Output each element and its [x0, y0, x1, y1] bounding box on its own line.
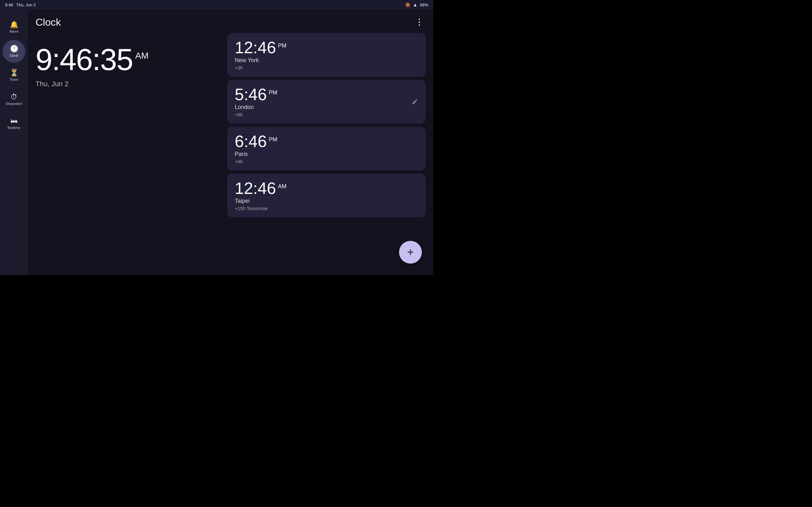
world-clock-city-3: Taipei: [235, 198, 418, 205]
world-clock-ampm-0: PM: [278, 43, 287, 49]
menu-dot-3: [419, 24, 420, 26]
world-clock-city-2: Paris: [235, 151, 418, 158]
sidebar-label-clock: Clock: [9, 54, 18, 57]
world-clock-offset-3: +15h Tomorrow: [235, 206, 418, 211]
sidebar-label-timer: Timer: [9, 78, 18, 81]
left-panel: 9:46:35 AM Thu, Jun 2: [36, 32, 219, 264]
world-clock-card-2: 6:46 PM Paris +9h: [227, 127, 426, 170]
content-body: 9:46:35 AM Thu, Jun 2 12:46 PM New York …: [28, 32, 433, 272]
timer-icon: ⏳: [10, 69, 18, 76]
sidebar-item-stopwatch[interactable]: ⏱ Stopwatch: [3, 88, 26, 111]
status-right: 🔕 ▲ 68%: [405, 2, 428, 7]
sidebar-item-timer[interactable]: ⏳ Timer: [3, 64, 26, 87]
world-clock-digits-2: 6:46: [235, 133, 267, 150]
stopwatch-icon: ⏱: [10, 94, 17, 101]
edit-clock-button-1[interactable]: [409, 96, 420, 107]
sidebar-item-alarm[interactable]: 🔔 Alarm: [3, 16, 26, 39]
bedtime-icon: 🛏: [10, 118, 17, 124]
current-time-display: 9:46:35 AM: [36, 44, 219, 75]
world-clock-card-3: 12:46 AM Taipei +15h Tomorrow: [227, 174, 426, 217]
wifi-icon: ▲: [413, 2, 417, 7]
world-clock-ampm-1: PM: [269, 89, 277, 96]
world-clock-ampm-3: AM: [278, 183, 287, 190]
app-container: 🔔 Alarm 🕐 Clock ⏳ Timer ⏱ Stopwatch 🛏 Be…: [0, 9, 433, 275]
status-date: Thu, Jun 2: [16, 3, 36, 7]
alarm-icon: 🔔: [10, 21, 18, 28]
world-clock-city-1: London: [235, 104, 418, 111]
add-clock-fab[interactable]: +: [399, 241, 422, 264]
world-clock-time-0: 12:46 PM: [235, 39, 418, 56]
world-clock-time-1: 5:46 PM: [235, 86, 418, 103]
menu-dot-1: [419, 19, 420, 20]
app-header: Clock: [28, 9, 433, 32]
sidebar-label-alarm: Alarm: [9, 30, 19, 33]
local-time-digits: 9:46:35: [36, 44, 133, 75]
sidebar-label-stopwatch: Stopwatch: [6, 102, 22, 106]
sidebar-item-bedtime[interactable]: 🛏 Bedtime: [3, 112, 26, 135]
status-time: 9:46: [5, 3, 13, 7]
sidebar: 🔔 Alarm 🕐 Clock ⏳ Timer ⏱ Stopwatch 🛏 Be…: [0, 9, 28, 275]
world-clock-digits-1: 5:46: [235, 86, 267, 103]
status-left: 9:46 Thu, Jun 2: [5, 3, 36, 7]
mute-icon: 🔕: [405, 2, 410, 7]
world-clock-offset-0: +3h: [235, 65, 418, 70]
world-clock-time-2: 6:46 PM: [235, 133, 418, 150]
world-clock-ampm-2: PM: [269, 136, 277, 143]
sidebar-item-clock[interactable]: 🕐 Clock: [3, 40, 26, 63]
status-bar: 9:46 Thu, Jun 2 🔕 ▲ 68%: [0, 0, 433, 9]
world-clock-city-0: New York: [235, 57, 418, 64]
local-time-ampm: AM: [135, 51, 148, 61]
overflow-menu-button[interactable]: [413, 16, 426, 29]
clock-icon: 🕐: [10, 45, 18, 52]
world-clock-digits-0: 12:46: [235, 39, 276, 56]
page-title: Clock: [36, 16, 61, 28]
current-date: Thu, Jun 2: [36, 80, 219, 88]
world-clock-card-0: 12:46 PM New York +3h: [227, 33, 426, 77]
world-clock-offset-2: +9h: [235, 159, 418, 164]
world-clock-offset-1: +8h: [235, 112, 418, 117]
main-content: Clock 9:46:35 AM Thu, Jun 2 12:46: [28, 9, 433, 275]
world-clock-card-1: 5:46 PM London +8h: [227, 80, 426, 124]
world-clocks-list: 12:46 PM New York +3h 5:46 PM London +8h…: [227, 32, 426, 264]
world-clock-time-3: 12:46 AM: [235, 180, 418, 196]
menu-dot-2: [419, 21, 420, 23]
sidebar-label-bedtime: Bedtime: [8, 126, 20, 130]
battery-indicator: 68%: [420, 3, 428, 7]
world-clock-digits-3: 12:46: [235, 180, 276, 196]
